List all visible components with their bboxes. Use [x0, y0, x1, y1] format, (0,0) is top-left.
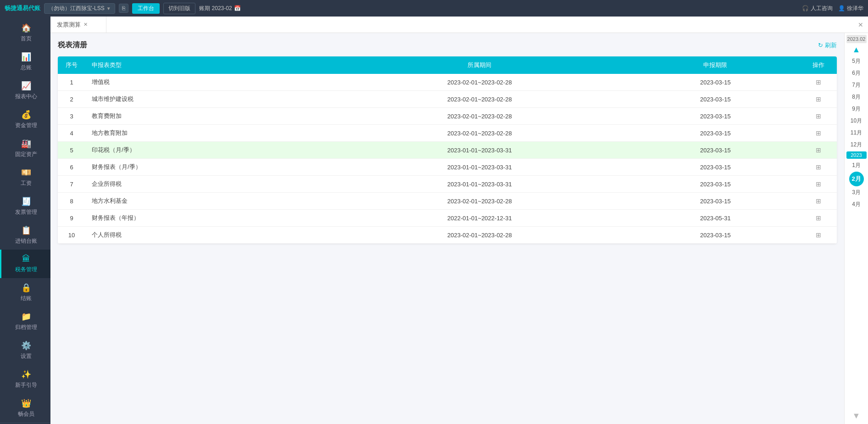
- sidebar-item-invoice[interactable]: 🧾发票管理: [0, 192, 50, 221]
- app-logo: 畅捷通易代账: [5, 4, 40, 12]
- action-icon[interactable]: ⊞: [816, 197, 821, 205]
- cell-type: 地方水利基金: [85, 193, 328, 210]
- sidebar: 🏠首页📊总账📈报表中心💰资金管理🏭固定资产💴工资🧾发票管理📋进销台账🏛税务管理🔒…: [0, 17, 50, 424]
- sidebar-item-tax[interactable]: 🏛税务管理: [0, 250, 50, 278]
- salary-icon: 💴: [21, 167, 31, 178]
- user-menu[interactable]: 👤 徐泽华: [838, 5, 863, 12]
- company-selector[interactable]: （勿动）江西脉宝-LSS ▼: [44, 3, 115, 14]
- cell-action: ⊞: [800, 74, 837, 91]
- table-row: 4 地方教育附加 2023-02-01~2023-02-28 2023-03-1…: [58, 125, 837, 142]
- col-header-type: 申报表类型: [85, 56, 328, 74]
- calendar-next-button[interactable]: ▼: [851, 410, 862, 422]
- calendar-month-8月[interactable]: 8月: [846, 91, 867, 103]
- cell-deadline: 2023-03-15: [631, 176, 800, 193]
- cell-deadline: 2023-03-15: [631, 91, 800, 108]
- calendar-icon[interactable]: 📅: [234, 5, 241, 11]
- cell-period: 2023-02-01~2023-02-28: [328, 74, 631, 91]
- workbench-button[interactable]: 工作台: [132, 3, 160, 14]
- tab-label-invoice_calc: 发票测算: [57, 21, 81, 29]
- sidebar-item-stock[interactable]: 📋进销台账: [0, 221, 50, 250]
- sidebar-item-close[interactable]: 🔒结账: [0, 278, 50, 307]
- main-layout: 🏠首页📊总账📈报表中心💰资金管理🏭固定资产💴工资🧾发票管理📋进销台账🏛税务管理🔒…: [0, 17, 868, 424]
- table-row: 10 个人所得税 2023-02-01~2023-02-28 2023-03-1…: [58, 227, 837, 244]
- table-row: 5 印花税（月/季） 2023-01-01~2023-03-31 2023-03…: [58, 142, 837, 159]
- col-header-period: 所属期间: [328, 56, 631, 74]
- refresh-button[interactable]: ↻ 刷新: [818, 41, 837, 50]
- table-row: 6 财务报表（月/季） 2023-01-01~2023-03-31 2023-0…: [58, 159, 837, 176]
- home-icon: 🏠: [21, 23, 31, 33]
- calendar-month-3月[interactable]: 3月: [846, 187, 867, 198]
- sidebar-item-ledger[interactable]: 📊总账: [0, 47, 50, 76]
- settings-icon: ⚙️: [21, 340, 31, 351]
- sidebar-item-guide[interactable]: ✨新手引导: [0, 365, 50, 394]
- cell-action: ⊞: [800, 176, 837, 193]
- calendar-month-6月[interactable]: 6月: [846, 67, 867, 79]
- period-display: 账期 2023-02 📅: [199, 5, 241, 12]
- switch-old-button[interactable]: 切到旧版: [163, 3, 195, 14]
- sidebar-item-fund[interactable]: 💰资金管理: [0, 105, 50, 134]
- cell-action: ⊞: [800, 142, 837, 159]
- headset-icon: 🎧: [802, 5, 809, 11]
- calendar-month-4月[interactable]: 4月: [846, 199, 867, 210]
- sidebar-item-archive[interactable]: 📁归档管理: [0, 307, 50, 336]
- cell-deadline: 2023-03-15: [631, 108, 800, 125]
- tab-close-invoice_calc[interactable]: ✕: [83, 22, 88, 28]
- table-row: 1 增值税 2023-02-01~2023-02-28 2023-03-15 ⊞: [58, 74, 837, 91]
- cell-period: 2023-01-01~2023-03-31: [328, 142, 631, 159]
- guide-icon: ✨: [21, 369, 31, 379]
- cell-period: 2023-02-01~2023-02-28: [328, 125, 631, 142]
- action-icon[interactable]: ⊞: [816, 129, 821, 137]
- calendar-month-10月[interactable]: 10月: [846, 115, 867, 127]
- calendar-month-7月[interactable]: 7月: [846, 79, 867, 91]
- archive-icon: 📁: [21, 312, 31, 322]
- cell-deadline: 2023-03-15: [631, 74, 800, 91]
- cell-deadline: 2023-03-15: [631, 125, 800, 142]
- cell-no: 7: [58, 176, 85, 193]
- close-all-tabs-button[interactable]: ✕: [853, 21, 868, 28]
- sidebar-item-member[interactable]: 👑畅会员: [0, 394, 50, 423]
- ai-consult-button[interactable]: 🎧 人工咨询: [802, 5, 833, 12]
- cell-period: 2022-01-01~2022-12-31: [328, 210, 631, 227]
- calendar-month-2月[interactable]: 2月: [849, 172, 864, 186]
- action-icon[interactable]: ⊞: [816, 146, 821, 154]
- invoice-icon: 🧾: [21, 196, 31, 206]
- action-icon[interactable]: ⊞: [816, 112, 821, 120]
- member-icon: 👑: [21, 398, 31, 408]
- top-bar: 畅捷通易代账 （勿动）江西脉宝-LSS ▼ ⎘ 工作台 切到旧版 账期 2023…: [0, 0, 868, 17]
- action-icon[interactable]: ⊞: [816, 95, 821, 103]
- table-row: 8 地方水利基金 2023-02-01~2023-02-28 2023-03-1…: [58, 193, 837, 210]
- calendar-month-1月[interactable]: 1月: [846, 160, 867, 171]
- cell-action: ⊞: [800, 91, 837, 108]
- action-icon[interactable]: ⊞: [816, 231, 821, 239]
- calendar-month-12月[interactable]: 12月: [846, 139, 867, 151]
- sidebar-item-settings[interactable]: ⚙️设置: [0, 336, 50, 365]
- cell-no: 1: [58, 74, 85, 91]
- period-value: 2023-02: [212, 5, 232, 11]
- col-header-no: 序号: [58, 56, 85, 74]
- tab-invoice_calc[interactable]: 发票测算✕: [50, 17, 106, 33]
- cell-action: ⊞: [800, 210, 837, 227]
- cell-type: 印花税（月/季）: [85, 142, 328, 159]
- action-icon[interactable]: ⊞: [816, 78, 821, 86]
- tax-table: 序号 申报表类型 所属期间 申报期限 操作 1 增值税 2023-02-01~2…: [58, 56, 837, 244]
- calendar-month-11月[interactable]: 11月: [846, 127, 867, 139]
- sidebar-item-salary[interactable]: 💴工资: [0, 163, 50, 192]
- calendar-month-9月[interactable]: 9月: [846, 103, 867, 115]
- calendar-month-5月[interactable]: 5月: [846, 56, 867, 67]
- sidebar-item-asset[interactable]: 🏭固定资产: [0, 134, 50, 163]
- asset-icon: 🏭: [21, 139, 31, 149]
- action-icon[interactable]: ⊞: [816, 163, 821, 171]
- action-icon[interactable]: ⊞: [816, 180, 821, 188]
- user-name: 徐泽华: [847, 5, 863, 12]
- action-icon[interactable]: ⊞: [816, 214, 821, 222]
- cell-type: 城市维护建设税: [85, 91, 328, 108]
- cell-no: 3: [58, 108, 85, 125]
- sidebar-item-report[interactable]: 📈报表中心: [0, 76, 50, 105]
- calendar-header: 2023.02: [846, 35, 867, 43]
- cell-action: ⊞: [800, 227, 837, 244]
- calendar-prev-button[interactable]: ▲: [851, 44, 862, 55]
- cell-type: 企业所得税: [85, 176, 328, 193]
- copy-icon-button[interactable]: ⎘: [119, 4, 128, 13]
- main-panel: 税表清册 ↻ 刷新 序号 申报表类型 所属期间 申报期限 操作: [50, 33, 844, 424]
- sidebar-item-home[interactable]: 🏠首页: [0, 18, 50, 47]
